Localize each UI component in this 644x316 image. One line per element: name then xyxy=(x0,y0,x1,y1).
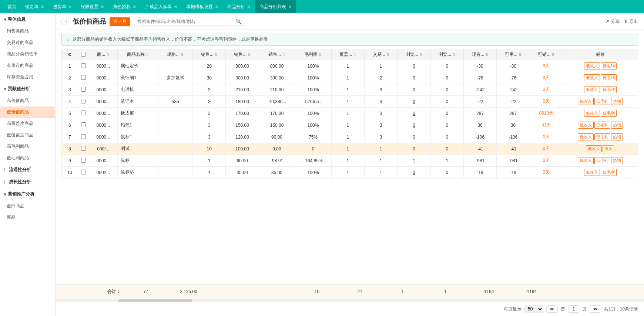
row-view1[interactable]: 0 xyxy=(398,167,430,179)
sidebar-group-overall[interactable]: ∨ 整体信息 xyxy=(0,13,55,26)
horizontal-scrollbar[interactable] xyxy=(56,299,644,302)
close-icon[interactable]: ✕ xyxy=(133,4,136,9)
row-checkbox-cell[interactable] xyxy=(78,119,89,131)
view-link[interactable]: 0 xyxy=(413,123,415,128)
nav-template-setting[interactable]: 单据模板设置 ✕ xyxy=(182,0,223,13)
view-link[interactable]: 1 xyxy=(413,158,415,163)
sidebar-item-category-sales-rate[interactable]: 商品分类销售率 xyxy=(0,48,55,60)
row-checkbox[interactable] xyxy=(81,146,86,151)
sidebar-group-contribution[interactable]: ∨ 贡献值分析 xyxy=(0,83,55,95)
row-view1[interactable]: 0 xyxy=(398,96,430,108)
close-icon[interactable]: ✕ xyxy=(101,4,104,9)
next-page-button[interactable]: ≫ xyxy=(590,305,601,313)
sidebar-group-growth[interactable]: 〉 成长性分析 xyxy=(0,176,55,188)
select-all-checkbox[interactable] xyxy=(81,52,86,57)
row-view1[interactable]: 0 xyxy=(398,143,430,155)
row-checkbox-cell[interactable] xyxy=(78,108,89,119)
row-checkbox[interactable] xyxy=(81,122,86,127)
col-sale-profit[interactable]: 销售...⇅ xyxy=(259,49,295,60)
row-checkbox[interactable] xyxy=(81,63,86,68)
col-settings[interactable]: ⚙ xyxy=(62,49,78,60)
col-name[interactable]: 商品名称⇅ xyxy=(118,49,158,60)
filter-period-button[interactable]: 近一月 xyxy=(110,17,130,26)
row-checkbox-cell[interactable] xyxy=(78,72,89,84)
view-link[interactable]: 0 xyxy=(413,146,415,152)
row-checkbox[interactable] xyxy=(81,87,86,92)
row-checkbox-cell[interactable] xyxy=(78,84,89,96)
row-view1[interactable]: 0 xyxy=(398,72,430,84)
nav-sales-order[interactable]: 销货单 ✕ xyxy=(21,0,48,13)
nav-role-auth[interactable]: 角色授权 ✕ xyxy=(108,0,141,13)
share-button[interactable]: ↗ 分享 xyxy=(606,18,620,25)
close-icon[interactable]: ✕ xyxy=(174,4,177,9)
col-view1[interactable]: 浏览...⇅ xyxy=(398,49,430,60)
row-checkbox-cell[interactable] xyxy=(78,131,89,143)
sidebar-group-circulation[interactable]: 〉 流通性分析 xyxy=(0,164,55,176)
col-sale-amt[interactable]: 销售...⇅ xyxy=(226,49,259,60)
row-checkbox-cell[interactable] xyxy=(78,60,89,72)
col-view2[interactable]: 浏览...⇅ xyxy=(430,49,463,60)
row-view1[interactable]: 0 xyxy=(398,119,430,131)
row-checkbox-cell[interactable] xyxy=(78,167,89,179)
sidebar-item-stock-funds[interactable]: 库存资金占用 xyxy=(0,71,55,83)
row-view1[interactable]: 0 xyxy=(398,60,430,72)
sidebar-item-traded-products[interactable]: 交易过的商品 xyxy=(0,37,55,48)
row-checkbox-cell[interactable] xyxy=(78,96,89,108)
row-checkbox[interactable] xyxy=(81,158,86,163)
row-checkbox[interactable] xyxy=(81,170,86,174)
row-checkbox-cell[interactable] xyxy=(78,155,89,167)
sidebar-item-new-products[interactable]: 新品 xyxy=(0,212,55,223)
col-coverage[interactable]: 覆盖...⇅ xyxy=(331,49,364,60)
sidebar-item-low-coverage[interactable]: 低覆盖度商品 xyxy=(0,129,55,141)
row-checkbox-cell[interactable] xyxy=(78,143,89,155)
search-input[interactable] xyxy=(137,19,234,24)
view-link[interactable]: 0 xyxy=(413,170,415,175)
row-checkbox[interactable] xyxy=(81,134,86,139)
row-checkbox[interactable] xyxy=(81,99,86,103)
col-saleable[interactable]: 可销...⇅ xyxy=(530,49,563,60)
close-icon[interactable]: ✕ xyxy=(288,4,292,9)
col-checkbox[interactable] xyxy=(78,49,89,60)
first-page-button[interactable]: ≪ xyxy=(546,305,558,313)
col-margin[interactable]: 毛利率⇅ xyxy=(295,49,331,60)
view-link[interactable]: 0 xyxy=(413,87,415,92)
nav-purchase-order[interactable]: 进货单 ✕ xyxy=(48,0,76,13)
sidebar-group-marketing[interactable]: ∨ 营销推广分析 xyxy=(0,188,55,200)
nav-product-analysis-list[interactable]: 商品分析列表 ✕ xyxy=(255,0,296,13)
view-link[interactable]: 0 xyxy=(413,75,415,81)
col-spec[interactable]: 规格...⇅ xyxy=(158,49,193,60)
nav-permission-setting[interactable]: 权限设置 ✕ xyxy=(76,0,108,13)
page-number-input[interactable] xyxy=(568,305,579,313)
sidebar-item-low-value[interactable]: 低价值商品 xyxy=(0,106,55,118)
close-icon[interactable]: ✕ xyxy=(247,4,251,9)
view-link[interactable]: 0 xyxy=(413,99,415,104)
col-sale-qty[interactable]: 销售...⇅ xyxy=(193,49,226,60)
close-icon[interactable]: ✕ xyxy=(215,4,218,9)
row-checkbox[interactable] xyxy=(81,111,86,115)
view-link[interactable]: 0 xyxy=(413,111,415,116)
view-link[interactable]: 0 xyxy=(413,135,415,140)
close-icon[interactable]: ✕ xyxy=(68,4,72,9)
col-available[interactable]: 可用...⇅ xyxy=(497,49,530,60)
sidebar-item-stock-products[interactable]: 有库存的商品 xyxy=(0,60,55,71)
col-code[interactable]: 商...⇅ xyxy=(89,49,117,60)
sidebar-item-high-value[interactable]: 高价值商品 xyxy=(0,95,55,106)
col-trade[interactable]: 交易...⇅ xyxy=(365,49,398,60)
sidebar-item-high-margin[interactable]: 高毛利商品 xyxy=(0,141,55,152)
col-current[interactable]: 现有...⇅ xyxy=(463,49,496,60)
nav-product-analysis[interactable]: 商品分析 ✕ xyxy=(223,0,255,13)
row-view1[interactable]: 0 xyxy=(398,108,430,119)
row-checkbox[interactable] xyxy=(81,75,86,80)
sidebar-item-low-margin[interactable]: 低毛利商品 xyxy=(0,152,55,164)
sidebar-item-sales-products[interactable]: 销售类商品 xyxy=(0,26,55,37)
sidebar-item-all-products[interactable]: 全部商品 xyxy=(0,200,55,212)
view-link[interactable]: 0 xyxy=(413,64,415,69)
sidebar-item-high-coverage[interactable]: 高覆盖度商品 xyxy=(0,118,55,129)
row-view1[interactable]: 1 xyxy=(398,155,430,167)
row-view1[interactable]: 0 xyxy=(398,131,430,143)
nav-home[interactable]: 首页 xyxy=(3,0,21,13)
per-page-select[interactable]: 50 100 200 xyxy=(524,305,543,313)
export-button[interactable]: ⬇ 导出 xyxy=(624,18,638,25)
collapse-sidebar-button[interactable]: 《 xyxy=(61,18,69,25)
close-icon[interactable]: ✕ xyxy=(41,4,44,9)
